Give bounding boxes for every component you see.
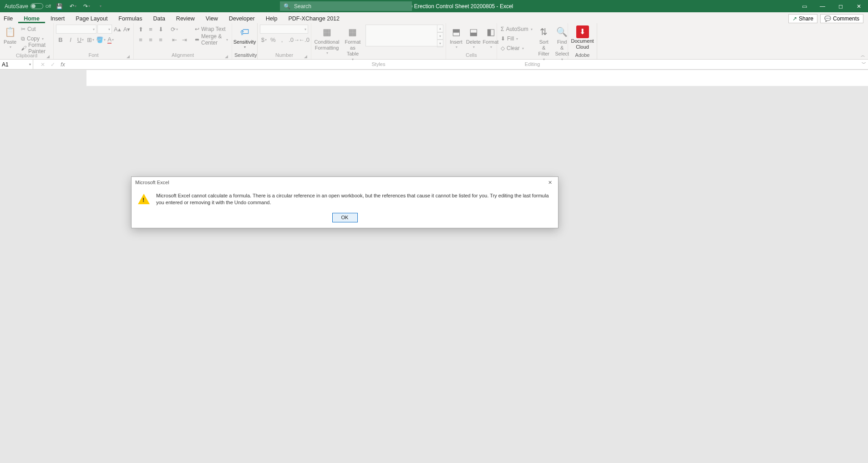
delete-cells-button[interactable]: ⬓Delete▾ — [466, 25, 481, 50]
comments-icon: 💬 — [824, 15, 831, 22]
format-painter-icon: 🖌 — [21, 45, 26, 51]
maximize-button[interactable]: ◻ — [832, 0, 850, 12]
sensitivity-icon: 🏷 — [239, 25, 251, 38]
conditional-formatting-button[interactable]: ▦ Conditional Formatting▾ — [314, 25, 340, 55]
close-window-button[interactable]: ✕ — [850, 0, 868, 12]
undo-button[interactable]: ↶▾ — [68, 1, 78, 11]
ok-button[interactable]: OK — [332, 213, 358, 222]
ribbon-display-options-button[interactable]: ▭ — [795, 0, 813, 12]
autosum-icon: Σ — [501, 26, 504, 32]
dialog-title: Microsoft Excel — [135, 180, 169, 185]
align-right-button[interactable]: ≡ — [156, 35, 165, 44]
redo-button[interactable]: ↷▾ — [82, 1, 92, 11]
dialog-message: Microsoft Excel cannot calculate a formu… — [156, 192, 552, 206]
conditional-formatting-icon: ▦ — [320, 25, 333, 38]
gallery-up-button[interactable]: ▴ — [437, 25, 443, 32]
enter-formula-button[interactable]: ✓ — [48, 60, 58, 70]
font-name-combo[interactable]: ▾ — [56, 25, 96, 34]
name-box[interactable]: A1 ▾ — [0, 60, 33, 69]
decrease-decimal-button[interactable]: ←.0 — [299, 35, 309, 44]
format-cells-button[interactable]: ◧Format▾ — [483, 25, 498, 50]
accounting-format-button[interactable]: $▾ — [260, 35, 268, 44]
clipboard-dialog-launcher[interactable]: ◢ — [46, 54, 50, 59]
group-editing: ΣAutoSum▾ ⬇Fill▾ ◇Clear▾ ⇅Sort & Filter▾… — [497, 23, 568, 59]
fill-icon: ⬇ — [501, 35, 505, 42]
comments-button[interactable]: 💬 Comments — [820, 14, 863, 23]
merge-center-button[interactable]: ⬌Merge & Center▾ — [193, 35, 229, 44]
namebox-dropdown-icon: ▾ — [29, 62, 31, 66]
cell-styles-gallery[interactable]: ▴ ▾ ▾ — [365, 25, 443, 46]
border-button[interactable]: ⊞▾ — [86, 35, 95, 44]
increase-font-button[interactable]: A▴ — [113, 25, 122, 34]
paste-button[interactable]: 📋 Paste ▾ — [2, 25, 18, 50]
tab-review[interactable]: Review — [171, 14, 200, 23]
wrap-text-button[interactable]: ↩Wrap Text — [193, 25, 229, 34]
autosave-label: AutoSave — [5, 3, 28, 10]
search-input[interactable]: 🔍 Search — [280, 1, 412, 11]
insert-function-button[interactable]: fx — [58, 60, 68, 70]
tab-developer[interactable]: Developer — [223, 14, 260, 23]
expand-formula-bar-button[interactable]: ﹀ — [862, 60, 866, 67]
align-bottom-button[interactable]: ⬇ — [156, 25, 165, 34]
italic-button[interactable]: I — [66, 35, 75, 44]
tab-help[interactable]: Help — [260, 14, 283, 23]
cut-button[interactable]: ✂Cut — [20, 25, 51, 34]
align-top-button[interactable]: ⬆ — [136, 25, 145, 34]
align-center-button[interactable]: ≡ — [146, 35, 155, 44]
alignment-dialog-launcher[interactable]: ◢ — [224, 54, 228, 59]
qat-customize-button[interactable]: ▾ — [96, 1, 106, 11]
formula-input[interactable] — [68, 60, 868, 69]
tab-view[interactable]: View — [200, 14, 223, 23]
tab-home[interactable]: Home — [18, 14, 45, 23]
autosave-toggle-icon — [30, 3, 43, 9]
dialog-close-button[interactable]: ✕ — [545, 178, 554, 187]
align-middle-button[interactable]: ≡ — [146, 25, 155, 34]
decrease-font-button[interactable]: A▾ — [122, 25, 131, 34]
comma-button[interactable]: , — [278, 35, 286, 44]
cancel-formula-button[interactable]: ✕ — [38, 60, 48, 70]
sort-filter-button[interactable]: ⇅Sort & Filter▾ — [536, 25, 552, 61]
number-dialog-launcher[interactable]: ◢ — [303, 54, 308, 59]
decrease-indent-button[interactable]: ⇤ — [170, 35, 179, 44]
minimize-button[interactable]: — — [813, 0, 832, 12]
search-icon: 🔍 — [284, 3, 290, 10]
clear-button[interactable]: ◇Clear▾ — [499, 44, 534, 53]
tab-formulas[interactable]: Formulas — [113, 14, 147, 23]
font-color-button[interactable]: A▾ — [106, 35, 115, 44]
cut-icon: ✂ — [21, 26, 25, 32]
font-dialog-launcher[interactable]: ◢ — [126, 54, 130, 59]
fill-button[interactable]: ⬇Fill▾ — [499, 34, 534, 43]
save-button[interactable]: 💾 — [55, 1, 65, 11]
format-as-table-icon: ▦ — [346, 25, 359, 38]
font-size-combo[interactable]: ▾ — [97, 25, 112, 34]
percent-button[interactable]: % — [269, 35, 277, 44]
tab-insert[interactable]: Insert — [45, 14, 70, 23]
increase-indent-button[interactable]: ⇥ — [180, 35, 189, 44]
tab-pdfxchange[interactable]: PDF-XChange 2012 — [283, 14, 345, 23]
autosum-button[interactable]: ΣAutoSum▾ — [499, 25, 534, 34]
align-left-button[interactable]: ≡ — [136, 35, 145, 44]
insert-cells-button[interactable]: ⬒Insert▾ — [448, 25, 464, 50]
fill-color-button[interactable]: 🪣▾ — [96, 35, 105, 44]
underline-button[interactable]: U▾ — [76, 35, 85, 44]
orientation-button[interactable]: ⟳▾ — [170, 25, 179, 34]
sensitivity-button[interactable]: 🏷 Sensitivity ▾ — [233, 25, 256, 50]
bold-button[interactable]: B — [56, 35, 65, 44]
gallery-more-button[interactable]: ▾ — [437, 40, 443, 47]
tab-file[interactable]: File — [0, 14, 18, 23]
worksheet-area[interactable] — [86, 70, 868, 86]
group-font: ▾ ▾ A▴ A▾ B I U▾ ⊞▾ 🪣▾ A▾ Font◢ — [54, 23, 134, 59]
increase-decimal-button[interactable]: .0→ — [289, 35, 299, 44]
number-format-combo[interactable]: ▾ — [260, 25, 308, 34]
tab-data[interactable]: Data — [147, 14, 170, 23]
tab-page-layout[interactable]: Page Layout — [70, 14, 113, 23]
format-painter-button[interactable]: 🖌Format Painter — [20, 44, 51, 53]
document-cloud-button[interactable]: ⬇ Document Cloud — [570, 25, 595, 50]
collapse-ribbon-button[interactable]: ︿ — [861, 52, 865, 59]
search-placeholder: Search — [294, 3, 311, 10]
gallery-down-button[interactable]: ▾ — [437, 32, 443, 40]
warning-icon — [138, 194, 150, 204]
share-button[interactable]: ↗ Share — [788, 14, 817, 23]
autosave-control[interactable]: AutoSave Off — [5, 3, 51, 10]
format-as-table-button[interactable]: ▦ Format as Table▾ — [342, 25, 364, 61]
